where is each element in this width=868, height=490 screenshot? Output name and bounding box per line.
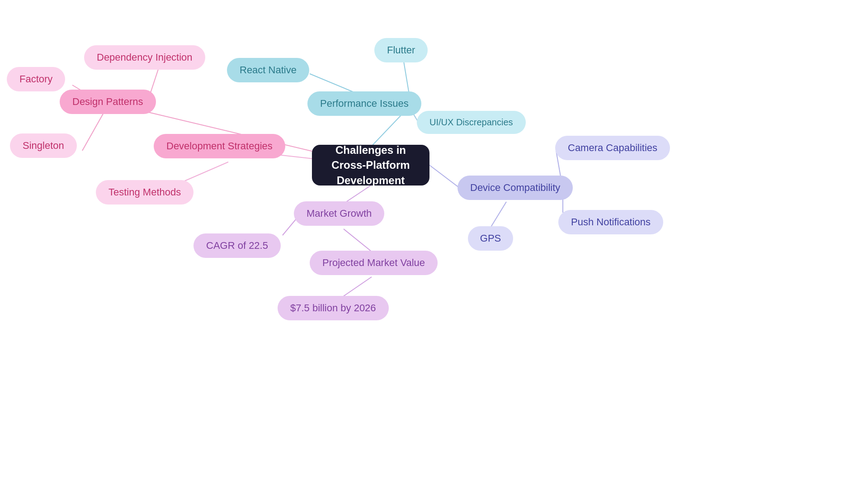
- svg-line-10: [429, 165, 461, 189]
- development-strategies-node[interactable]: Development Strategies: [154, 134, 285, 158]
- push-notifications-node[interactable]: Push Notifications: [558, 210, 663, 234]
- svg-line-17: [340, 277, 372, 299]
- svg-line-3: [82, 112, 104, 151]
- flutter-node[interactable]: Flutter: [374, 38, 428, 62]
- 75billion-node[interactable]: $7.5 billion by 2026: [278, 296, 389, 320]
- singleton-node[interactable]: Singleton: [10, 133, 77, 158]
- device-compatibility-node[interactable]: Device Compatibility: [458, 176, 573, 200]
- camera-capabilities-node[interactable]: Camera Capabilities: [555, 136, 670, 160]
- design-patterns-node[interactable]: Design Patterns: [60, 90, 156, 114]
- performance-issues-node[interactable]: Performance Issues: [307, 91, 421, 116]
- cagr-node[interactable]: CAGR of 22.5: [193, 233, 281, 258]
- react-native-node[interactable]: React Native: [227, 58, 309, 82]
- center-node[interactable]: Challenges in Cross-Platform Development: [312, 145, 429, 186]
- testing-methods-node[interactable]: Testing Methods: [96, 180, 193, 205]
- dependency-injection-node[interactable]: Dependency Injection: [84, 45, 205, 70]
- factory-node[interactable]: Factory: [7, 67, 65, 91]
- market-growth-node[interactable]: Market Growth: [294, 201, 384, 226]
- uiux-discrepancies-node[interactable]: UI/UX Discrepancies: [417, 111, 526, 134]
- gps-node[interactable]: GPS: [468, 226, 513, 251]
- center-label: Challenges in Cross-Platform Development: [328, 143, 413, 188]
- projected-market-value-node[interactable]: Projected Market Value: [310, 251, 438, 275]
- svg-line-13: [491, 202, 506, 228]
- svg-line-14: [344, 186, 371, 204]
- svg-line-16: [344, 229, 372, 252]
